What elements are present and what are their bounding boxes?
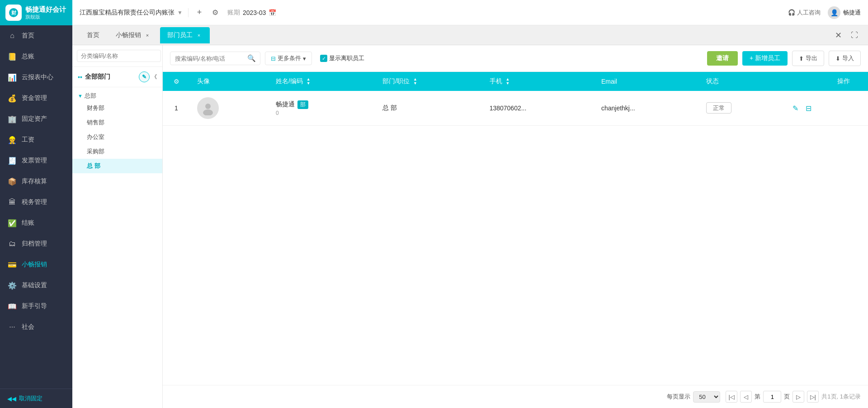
sidebar-item-salary[interactable]: 👷 工资: [0, 129, 72, 150]
period-label: 账期: [227, 9, 240, 17]
expense-icon: 💳: [7, 260, 17, 270]
sidebar-item-label-reports: 云报表中心: [22, 73, 53, 81]
filter-button[interactable]: ⊟ 更多条件 ▾: [265, 52, 312, 65]
sidebar-item-label-tax: 税务管理: [22, 198, 47, 206]
dept-item-general[interactable]: 总 部: [72, 159, 162, 173]
page-size-selector: 每页显示 10 20 50 100: [667, 391, 720, 403]
sidebar-item-label-inventory: 库存核算: [22, 177, 47, 185]
col-phone[interactable]: 手机 ▲▼: [482, 72, 594, 91]
tab-expense[interactable]: 小畅报销 ×: [108, 27, 158, 43]
all-dept-header[interactable]: ▪▪ 全部部门 ✎ 《: [72, 67, 162, 87]
logo-text-block: 畅捷通好会计 旗舰版: [25, 5, 66, 20]
calendar-icon[interactable]: 📅: [269, 9, 276, 16]
sidebar-item-tax[interactable]: 🏛 税务管理: [0, 192, 72, 213]
employee-search-input[interactable]: [175, 55, 247, 62]
ledger-icon: 📒: [7, 52, 17, 62]
reports-icon: 📊: [7, 72, 17, 82]
employee-search-icon[interactable]: 🔍: [247, 54, 256, 62]
tab-employees[interactable]: 部门员工 ×: [160, 27, 210, 43]
invite-button[interactable]: 邀请: [707, 51, 738, 66]
page-number-input[interactable]: [763, 391, 781, 403]
col-email: Email: [594, 72, 699, 91]
show-resigned-checkbox[interactable]: ✓ 显示离职员工: [320, 54, 364, 62]
page-size-label: 每页显示: [667, 393, 690, 401]
add-employee-button[interactable]: + 新增员工: [742, 51, 788, 66]
filter-icon: ⊟: [271, 55, 276, 62]
user-name: 畅捷通: [843, 9, 861, 17]
col-settings[interactable]: ⚙: [163, 72, 190, 91]
col-dept-position[interactable]: 部门/职位 ▲▼: [375, 72, 482, 91]
delete-button[interactable]: ⊟: [806, 104, 811, 113]
sidebar-item-invoice[interactable]: 🧾 发票管理: [0, 150, 72, 171]
sidebar-item-label-invoice: 发票管理: [22, 157, 47, 165]
sidebar-item-reports[interactable]: 📊 云报表中心: [0, 67, 72, 88]
sidebar-item-checkout[interactable]: ✅ 结账: [0, 213, 72, 233]
company-dropdown-icon: ▼: [177, 9, 183, 16]
status-badge: 正常: [706, 102, 731, 114]
user-menu[interactable]: 👤 畅捷通: [828, 6, 861, 19]
dept-item-finance[interactable]: 财务部: [72, 101, 162, 115]
tab-home-label: 首页: [87, 31, 99, 39]
sidebar-item-more[interactable]: ··· 社会: [0, 317, 72, 337]
sidebar-item-label-guide: 新手引导: [22, 302, 47, 310]
svg-text:财: 财: [11, 10, 17, 15]
tab-expense-close[interactable]: ×: [144, 32, 151, 39]
dept-item-office[interactable]: 办公室: [72, 130, 162, 144]
dept-collapse-icon[interactable]: 《: [151, 73, 157, 81]
dept-search-box: 🔍: [72, 45, 162, 67]
dept-item-sales[interactable]: 销售部: [72, 115, 162, 130]
sidebar-item-settings[interactable]: ⚙️ 基础设置: [0, 275, 72, 296]
sidebar-logo[interactable]: 财 畅捷通好会计 旗舰版: [0, 0, 72, 25]
toolbar-right: 邀请 + 新增员工 ⬆ 导出 ⬇ 导入: [707, 51, 861, 66]
sidebar-item-home[interactable]: ⌂ 首页: [0, 25, 72, 46]
topbar-settings-button[interactable]: ⚙: [208, 6, 222, 19]
export-button[interactable]: ⬆ 导出: [792, 51, 824, 66]
first-page-button[interactable]: |◁: [726, 391, 737, 403]
sidebar-item-guide[interactable]: 📖 新手引导: [0, 296, 72, 317]
col-name-code[interactable]: 姓名/编码 ▲▼: [269, 72, 375, 91]
cell-status: 正常: [699, 91, 785, 126]
support-label: 人工咨询: [797, 9, 821, 17]
sidebar-item-ledger[interactable]: 📒 总账: [0, 46, 72, 67]
sidebar-item-archive[interactable]: 🗂 归档管理: [0, 233, 72, 254]
dept-tree: ▼ 总部 财务部 销售部 办公室 采购部 总 部: [72, 87, 162, 408]
sidebar-item-inventory[interactable]: 📦 库存核算: [0, 171, 72, 192]
sidebar-unpin-button[interactable]: ◀◀ 取消固定: [0, 389, 72, 408]
export-icon: ⬆: [799, 55, 804, 62]
tab-home[interactable]: 首页: [80, 27, 107, 43]
dept-edit-button[interactable]: ✎: [139, 71, 150, 82]
svg-point-3: [203, 109, 213, 115]
employee-toolbar: 🔍 ⊟ 更多条件 ▾ ✓ 显示离职员工 邀请 + 新增员工: [163, 45, 868, 72]
page-content: 🔍 ▪▪ 全部部门 ✎ 《 ▼ 总部 财务部 销售部 办公室 采购部 总 部: [72, 45, 868, 408]
col-avatar: 头像: [190, 72, 269, 91]
name-row: 畅捷通 部: [276, 100, 368, 109]
company-selector[interactable]: 江西服宝精品有限责任公司内账张 ▼: [80, 9, 183, 17]
inventory-icon: 📦: [7, 176, 17, 186]
prev-page-button[interactable]: ◁: [740, 391, 752, 403]
support-button[interactable]: 🎧 人工咨询: [788, 9, 821, 17]
last-page-button[interactable]: ▷|: [807, 391, 819, 403]
sort-name-icon: ▲▼: [307, 77, 311, 85]
dept-search-input[interactable]: [77, 50, 161, 62]
import-button[interactable]: ⬇ 导入: [829, 51, 861, 66]
page-size-select[interactable]: 10 20 50 100: [693, 391, 720, 403]
next-page-button[interactable]: ▷: [793, 391, 804, 403]
cell-index: 1: [163, 91, 190, 126]
sidebar-item-expense[interactable]: 💳 小畅报销: [0, 254, 72, 275]
page-label: 第: [755, 393, 760, 401]
tabbar-expand-button[interactable]: ⛶: [848, 29, 861, 42]
topbar-right: 🎧 人工咨询 👤 畅捷通: [788, 6, 861, 19]
sidebar-item-fund[interactable]: 💰 资金管理: [0, 88, 72, 109]
sidebar-item-label-checkout: 结账: [22, 219, 34, 227]
add-tab-button[interactable]: +: [194, 7, 205, 18]
sidebar-item-label-settings: 基础设置: [22, 281, 47, 289]
edit-button[interactable]: ✎: [793, 104, 798, 113]
dept-item-procurement[interactable]: 采购部: [72, 144, 162, 159]
tabbar-close-button[interactable]: ✕: [832, 29, 844, 42]
sidebar-item-assets[interactable]: 🏢 固定资产: [0, 109, 72, 129]
sidebar-item-label-assets: 固定资产: [22, 115, 47, 123]
dept-group-zongbu[interactable]: ▼ 总部: [72, 89, 162, 101]
sidebar-unpin-label: 取消固定: [19, 394, 42, 403]
fund-icon: 💰: [7, 93, 17, 103]
tab-employees-close[interactable]: ×: [195, 32, 203, 39]
